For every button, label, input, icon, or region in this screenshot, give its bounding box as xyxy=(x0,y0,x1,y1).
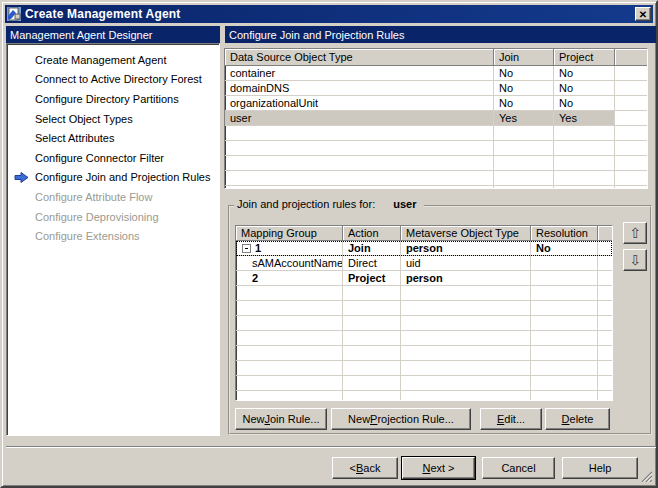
rules-table-header: Mapping Group Action Metaverse Object Ty… xyxy=(236,226,612,241)
column-header-empty xyxy=(615,49,647,66)
rules-group-label: Join and projection rules for: user xyxy=(234,198,424,210)
move-down-button[interactable]: ⇩ xyxy=(623,249,647,271)
edit-button[interactable]: Edit... xyxy=(480,408,542,430)
new-join-rule-button[interactable]: New Join Rule... xyxy=(235,408,327,430)
table-filler-row xyxy=(236,316,612,331)
move-up-button[interactable]: ⇧ xyxy=(623,222,647,244)
column-header-metaverse-object-type[interactable]: Metaverse Object Type xyxy=(401,226,531,241)
sidebar-item-select-attributes[interactable]: Select Attributes xyxy=(7,128,219,148)
sidebar-item-select-object-types[interactable]: Select Object Types xyxy=(7,109,219,129)
data-source-object-type-table: Data Source Object Type Join Project con… xyxy=(224,48,648,189)
up-arrow-icon: ⇧ xyxy=(629,226,641,240)
sidebar-item-configure-attribute-flow: Configure Attribute Flow xyxy=(7,187,219,207)
table-row-container[interactable]: container No No xyxy=(225,66,647,81)
table-filler-row xyxy=(225,156,647,171)
table-filler-row xyxy=(236,391,612,401)
table-filler-row xyxy=(225,171,647,186)
wizard-step-list: Create Management Agent Connect to Activ… xyxy=(6,43,220,436)
table-filler-row xyxy=(225,141,647,156)
cancel-button[interactable]: Cancel xyxy=(482,457,555,479)
new-projection-rule-button[interactable]: New Projection Rule... xyxy=(331,408,471,430)
rule-row-projection-group-2[interactable]: 2 Project person xyxy=(236,271,612,286)
collapse-icon[interactable] xyxy=(242,244,251,253)
object-table-header: Data Source Object Type Join Project xyxy=(225,49,647,66)
column-header-resolution[interactable]: Resolution xyxy=(531,226,598,241)
sidebar-item-configure-extensions: Configure Extensions xyxy=(7,226,219,246)
table-filler-row xyxy=(236,286,612,301)
delete-button[interactable]: Delete xyxy=(545,408,610,430)
main-panel-header: Configure Join and Projection Rules xyxy=(225,26,656,43)
join-projection-rules-group: Join and projection rules for: user Mapp… xyxy=(228,205,652,435)
current-step-arrow-icon xyxy=(14,172,29,183)
column-header-empty xyxy=(598,226,612,241)
rule-row-samaccountname[interactable]: sAMAccountName Direct uid xyxy=(236,256,612,271)
resize-grip[interactable] xyxy=(639,469,652,482)
next-button[interactable]: Next > xyxy=(402,457,475,479)
back-button[interactable]: < Back xyxy=(332,457,398,479)
table-filler-row xyxy=(236,346,612,361)
column-header-join[interactable]: Join xyxy=(494,49,554,66)
footer-divider xyxy=(6,446,656,448)
sidebar-item-configure-connector-filter[interactable]: Configure Connector Filter xyxy=(7,148,219,168)
title-bar[interactable]: Create Management Agent ✕ xyxy=(5,5,653,23)
table-filler-row xyxy=(236,376,612,391)
sidebar-item-configure-directory-partitions[interactable]: Configure Directory Partitions xyxy=(7,89,219,109)
sidebar-item-configure-deprovisioning: Configure Deprovisioning xyxy=(7,207,219,227)
column-header-action[interactable]: Action xyxy=(343,226,401,241)
column-header-mapping-group[interactable]: Mapping Group xyxy=(236,226,343,241)
table-row-organizationalunit[interactable]: organizationalUnit No No xyxy=(225,96,647,111)
column-header-data-source-object-type[interactable]: Data Source Object Type xyxy=(225,49,494,66)
sidebar-item-configure-join-and-projection-rules[interactable]: Configure Join and Projection Rules xyxy=(7,168,219,188)
selected-object-name: user xyxy=(393,198,416,210)
table-row-domaindns[interactable]: domainDNS No No xyxy=(225,81,647,96)
help-button[interactable]: Help xyxy=(562,457,638,479)
column-header-project[interactable]: Project xyxy=(554,49,615,66)
table-filler-row xyxy=(225,126,647,141)
create-management-agent-dialog: Create Management Agent ✕ Management Age… xyxy=(0,0,658,488)
sidebar-item-connect-to-active-directory-forest[interactable]: Connect to Active Directory Forest xyxy=(7,70,219,90)
sidebar-item-create-management-agent[interactable]: Create Management Agent xyxy=(7,50,219,70)
table-filler-row xyxy=(236,361,612,376)
table-filler-row xyxy=(236,331,612,346)
rule-row-join-group-1[interactable]: 1 Join person No xyxy=(236,241,612,256)
close-icon[interactable]: ✕ xyxy=(635,7,651,21)
app-icon xyxy=(7,7,21,21)
down-arrow-icon: ⇩ xyxy=(629,253,641,267)
table-row-user-selected[interactable]: user Yes Yes xyxy=(225,111,647,126)
table-filler-row xyxy=(236,301,612,316)
window-title: Create Management Agent xyxy=(25,7,181,21)
table-filler-row xyxy=(225,186,647,189)
sidebar-header: Management Agent Designer xyxy=(6,26,220,43)
mapping-rules-table: Mapping Group Action Metaverse Object Ty… xyxy=(235,225,613,401)
